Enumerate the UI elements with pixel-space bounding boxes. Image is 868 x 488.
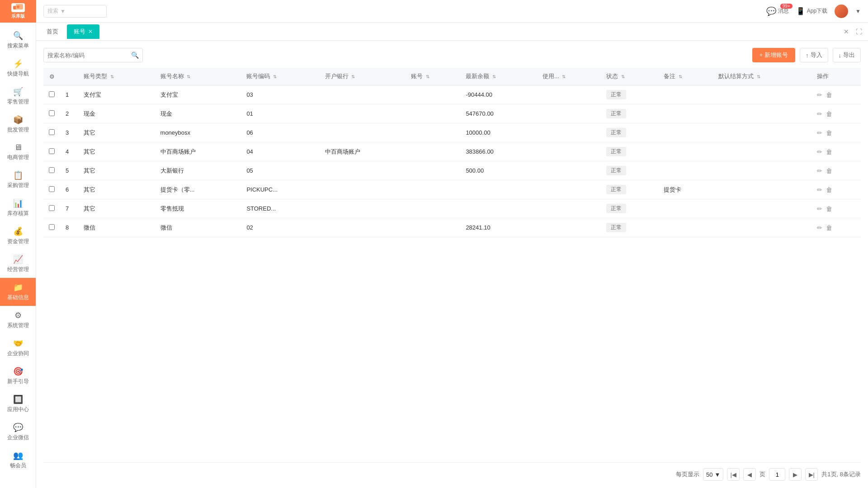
row-index-5: 5 [60,161,78,180]
col-status[interactable]: 状态 ⇅ [601,68,658,85]
row-check-3[interactable] [49,129,55,135]
row-checkbox-1[interactable] [43,85,60,104]
first-page-button[interactable]: |◀ [727,468,740,481]
sidebar-item-quicknav[interactable]: ⚡ 快捷导航 [0,54,36,82]
sidebar-item-system[interactable]: ⚙ 系统管理 [0,306,36,334]
edit-button-5[interactable]: ✏ [817,167,822,174]
sidebar-item-appcenter[interactable]: 🔲 应用中心 [0,390,36,418]
delete-button-2[interactable]: 🗑 [826,110,832,117]
search-input[interactable] [47,52,128,59]
sidebar-item-guide[interactable]: 🎯 新手引导 [0,362,36,390]
col-usage[interactable]: 使用... ⇅ [537,68,601,85]
last-page-button[interactable]: ▶| [805,468,818,481]
app-icon: 📱 [796,7,805,15]
row-checkbox-6[interactable] [43,180,60,199]
sidebar-item-operation[interactable]: 📈 经营管理 [0,250,36,278]
row-check-5[interactable] [49,167,55,173]
delete-button-8[interactable]: 🗑 [826,224,832,231]
row-index-2: 2 [60,104,78,123]
delete-button-1[interactable]: 🗑 [826,91,832,99]
sidebar-item-basic[interactable]: 📁 基础信息 [0,278,36,306]
edit-button-2[interactable]: ✏ [817,110,822,117]
table-row: 7 其它 零售抵现 STORED... 正常 ✏ 🗑 [43,199,861,218]
sidebar-item-purchase[interactable]: 📋 采购管理 [0,166,36,194]
tab-close-all-button[interactable]: ✕ [841,26,852,37]
row-checkbox-4[interactable] [43,142,60,161]
delete-button-7[interactable]: 🗑 [826,205,832,212]
per-page-select[interactable]: 50 ▼ [703,468,723,481]
sidebar-item-inventory[interactable]: 📊 库存核算 [0,194,36,222]
accounts-table: ⚙ 账号类型 ⇅ 账号名称 ⇅ 账号编码 ⇅ 开户银行 ⇅ 账号 ⇅ 最新余额 … [43,68,861,237]
row-usage-5 [537,161,601,180]
row-check-7[interactable] [49,205,55,211]
sidebar-item-agreement[interactable]: 🤝 企业协同 [0,334,36,362]
row-checkbox-3[interactable] [43,123,60,142]
row-account-8 [406,218,460,237]
col-settlement[interactable]: 默认结算方式 ⇅ [713,68,811,85]
row-type-5: 其它 [78,161,155,180]
edit-button-1[interactable]: ✏ [817,91,822,99]
tab-account[interactable]: 账号 ✕ [67,24,99,39]
delete-button-3[interactable]: 🗑 [826,129,832,136]
prev-page-button[interactable]: ◀ [743,468,756,481]
current-page-input[interactable] [769,468,785,481]
delete-button-6[interactable]: 🗑 [826,186,832,193]
edit-button-3[interactable]: ✏ [817,129,822,136]
col-remark[interactable]: 备注 ⇅ [658,68,713,85]
row-checkbox-5[interactable] [43,161,60,180]
row-account-4 [406,142,460,161]
tab-expand-button[interactable]: ⛶ [854,26,864,37]
tab-home[interactable]: 首页 [40,24,65,39]
sidebar-item-ecommerce[interactable]: 🖥 电商管理 [0,138,36,166]
app-label: App下载 [807,7,827,15]
row-balance-7 [460,199,537,218]
row-check-4[interactable] [49,148,55,154]
col-balance[interactable]: 最新余额 ⇅ [460,68,537,85]
sidebar-item-finance[interactable]: 💰 资金管理 [0,222,36,250]
edit-button-4[interactable]: ✏ [817,148,822,155]
avatar[interactable] [835,5,848,18]
row-check-2[interactable] [49,110,55,116]
sidebar-item-member[interactable]: 👥 畅会员 [0,446,36,474]
row-check-8[interactable] [49,224,55,230]
sidebar-item-wechat[interactable]: 💬 企业微信 [0,418,36,446]
col-code[interactable]: 账号编码 ⇅ [241,68,319,85]
row-status-2: 正常 [601,104,658,123]
row-actions-1: ✏ 🗑 [811,85,861,104]
top-search-box[interactable]: 搜索 ▼ [43,5,107,18]
delete-button-4[interactable]: 🗑 [826,148,832,155]
toolbar-right: + 新增账号 ↑ 导入 ↓ 导出 [752,48,861,62]
tab-account-close[interactable]: ✕ [88,28,93,35]
sidebar-item-search[interactable]: 🔍 搜索菜单 [0,26,36,54]
next-page-button[interactable]: ▶ [789,468,802,481]
col-name[interactable]: 账号名称 ⇅ [155,68,241,85]
message-button[interactable]: 💬 消息 99+ [766,6,789,16]
row-account-5 [406,161,460,180]
row-check-6[interactable] [49,186,55,192]
row-checkbox-7[interactable] [43,199,60,218]
row-status-5: 正常 [601,161,658,180]
add-account-button[interactable]: + 新增账号 [752,48,795,62]
edit-button-6[interactable]: ✏ [817,186,822,193]
edit-button-8[interactable]: ✏ [817,224,822,231]
col-settings[interactable]: ⚙ [43,68,60,85]
table-row: 1 支付宝 支付宝 03 -90444.00 正常 ✏ 🗑 [43,85,861,104]
export-button[interactable]: ↓ 导出 [833,48,861,62]
col-bank[interactable]: 开户银行 ⇅ [320,68,406,85]
col-type[interactable]: 账号类型 ⇅ [78,68,155,85]
row-name-6: 提货卡（零... [155,180,241,199]
user-name[interactable]: ▼ [855,8,861,14]
sidebar-item-wholesale[interactable]: 📦 批发管理 [0,110,36,138]
edit-button-7[interactable]: ✏ [817,205,822,212]
row-remark-5 [658,161,713,180]
delete-button-5[interactable]: 🗑 [826,167,832,174]
sidebar-item-retail[interactable]: 🛒 零售管理 [0,82,36,110]
import-button[interactable]: ↑ 导入 [800,48,828,62]
row-check-1[interactable] [49,91,55,97]
status-badge-2: 正常 [606,109,626,118]
row-checkbox-8[interactable] [43,218,60,237]
row-checkbox-2[interactable] [43,104,60,123]
app-download-button[interactable]: 📱 App下载 [796,7,827,15]
search-box[interactable]: 🔍 [43,48,143,62]
col-account[interactable]: 账号 ⇅ [406,68,460,85]
